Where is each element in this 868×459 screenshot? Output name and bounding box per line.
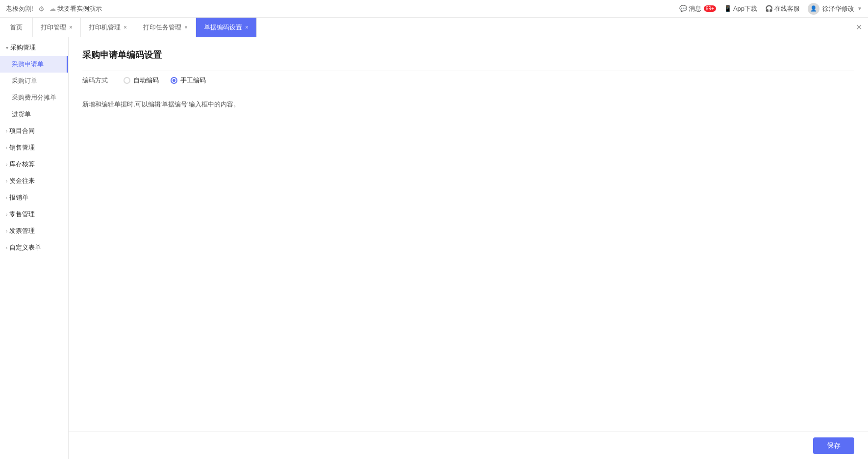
radio-group: 自动编码 手工编码 [124,76,206,85]
user-menu[interactable]: 👤 徐泽华修改 ▼ [808,3,862,15]
radio-dot [173,79,175,82]
close-icon[interactable]: × [184,24,188,31]
sidebar-item-project-contract[interactable]: › 项目合同 [0,123,68,139]
sidebar: ▾ 采购管理 采购申请单 采购订单 采购费用分摊单 进货单 › 项目合同 › 销… [0,37,69,459]
page-title: 采购申请单编码设置 [82,49,854,61]
sidebar-item-sales[interactable]: › 销售管理 [0,139,68,156]
messages-button[interactable]: 💬 消息 99+ [679,4,716,13]
top-bar-settings-icon[interactable]: ⚙ [38,5,45,13]
radio-manual[interactable]: 手工编码 [171,76,206,85]
sidebar-group-label: 采购管理 [10,43,36,52]
close-icon[interactable]: × [69,24,73,31]
tab-bar-end: ✕ [257,23,868,32]
chevron-right-icon: › [6,178,7,184]
chevron-right-icon: › [6,162,7,167]
chevron-right-icon: › [6,229,7,234]
chevron-right-icon: › [6,128,7,134]
chevron-right-icon: › [6,245,7,251]
sidebar-item-retail[interactable]: › 零售管理 [0,206,68,223]
sidebar-item-custom-form[interactable]: › 自定义表单 [0,239,68,256]
tab-bar: 首页 打印管理 × 打印机管理 × 打印任务管理 × 单据编码设置 × ✕ [0,18,868,37]
top-bar: 老板勿割! ⚙ ☁ 我要看实例演示 💬 消息 99+ 📱 App下载 🎧 在线客… [0,0,868,18]
tab-encoding-settings[interactable]: 单据编码设置 × [196,18,257,37]
sidebar-item-invoice[interactable]: › 发票管理 [0,223,68,239]
tab-home[interactable]: 首页 [0,18,33,37]
top-bar-left: 老板勿割! ⚙ ☁ 我要看实例演示 [6,4,102,13]
tab-label: 打印任务管理 [143,23,181,32]
encoding-label: 编码方式 [82,76,112,85]
radio-auto[interactable]: 自动编码 [124,76,159,85]
tab-label: 单据编码设置 [204,23,242,32]
headset-icon: 🎧 [765,5,773,12]
sidebar-item-capital[interactable]: › 资金往来 [0,173,68,189]
main-layout: ▾ 采购管理 采购申请单 采购订单 采购费用分摊单 进货单 › 项目合同 › 销… [0,37,868,459]
radio-auto-circle [124,77,130,84]
sidebar-item-purchase-expense[interactable]: 采购费用分摊单 [0,89,68,106]
user-name: 徐泽华修改 [822,4,854,13]
radio-manual-circle [171,77,177,84]
top-bar-brand: 老板勿割! [6,4,33,13]
chevron-down-icon: ▾ [6,45,8,51]
chevron-right-icon: › [6,212,7,217]
info-text: 新增和编辑单据时,可以编辑'单据编号'输入框中的内容。 [82,100,854,109]
content-inner: 采购申请单编码设置 编码方式 自动编码 手工编码 新增和编辑 [69,37,868,432]
sidebar-item-purchase-order[interactable]: 采购订单 [0,73,68,89]
save-button[interactable]: 保存 [813,437,854,454]
chevron-right-icon: › [6,195,7,201]
phone-icon: 📱 [724,5,732,12]
chevron-right-icon: › [6,145,7,151]
radio-manual-label: 手工编码 [180,76,206,85]
content-area: 采购申请单编码设置 编码方式 自动编码 手工编码 新增和编辑 [69,37,868,459]
chevron-down-icon: ▼ [857,6,862,11]
sidebar-item-expense[interactable]: › 报销单 [0,189,68,206]
top-bar-right: 💬 消息 99+ 📱 App下载 🎧 在线客服 👤 徐泽华修改 ▼ [679,3,862,15]
close-icon[interactable]: × [124,24,127,31]
tab-printer-management[interactable]: 打印机管理 × [81,18,135,37]
sidebar-item-inventory[interactable]: › 库存核算 [0,156,68,173]
message-icon: 💬 [679,5,687,12]
top-bar-demo[interactable]: ☁ 我要看实例演示 [50,4,102,13]
home-tab-label: 首页 [10,23,23,32]
sidebar-item-inbound[interactable]: 进货单 [0,106,68,123]
app-download-button[interactable]: 📱 App下载 [724,4,757,13]
sidebar-item-purchase-request[interactable]: 采购申请单 [0,56,68,73]
tab-print-task[interactable]: 打印任务管理 × [135,18,196,37]
messages-badge: 99+ [704,5,716,12]
tab-label: 打印管理 [41,23,66,32]
sidebar-group-procurement-title[interactable]: ▾ 采购管理 [0,39,68,56]
tab-label: 打印机管理 [89,23,121,32]
tab-print-management[interactable]: 打印管理 × [33,18,81,37]
close-icon[interactable]: × [245,24,248,31]
close-panel-button[interactable]: ✕ [856,23,862,32]
content-footer: 保存 [69,432,868,459]
radio-auto-label: 自动编码 [133,76,159,85]
encoding-row: 编码方式 自动编码 手工编码 [82,71,854,90]
online-service-button[interactable]: 🎧 在线客服 [765,4,800,13]
avatar: 👤 [808,3,819,15]
sidebar-group-procurement: ▾ 采购管理 采购申请单 采购订单 采购费用分摊单 进货单 [0,39,68,123]
